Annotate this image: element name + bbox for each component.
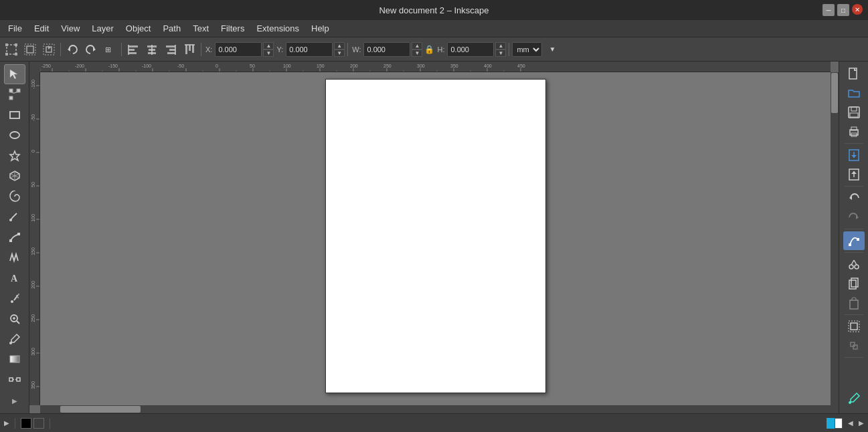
menu-path[interactable]: Path bbox=[157, 22, 186, 35]
svg-rect-42 bbox=[17, 233, 20, 235]
color-picker-r-btn[interactable] bbox=[843, 389, 865, 408]
node-tool[interactable] bbox=[4, 85, 25, 104]
horizontal-scrollbar-thumb[interactable] bbox=[60, 406, 141, 413]
unit-expand-btn[interactable]: ▼ bbox=[543, 41, 561, 58]
svg-rect-15 bbox=[128, 52, 137, 54]
text-tool[interactable]: A bbox=[4, 268, 25, 288]
h-input[interactable] bbox=[447, 42, 494, 57]
open-document-btn[interactable] bbox=[843, 84, 865, 102]
rectangle-tool[interactable] bbox=[4, 105, 25, 124]
zoom-tool[interactable] bbox=[4, 309, 25, 328]
h-down-btn[interactable]: ▼ bbox=[495, 49, 506, 57]
canvas-viewport[interactable] bbox=[40, 72, 831, 405]
star-tool[interactable] bbox=[4, 146, 25, 165]
ungroup-r-btn[interactable] bbox=[843, 336, 865, 355]
menu-edit[interactable]: Edit bbox=[29, 22, 54, 35]
palette-color-white[interactable] bbox=[835, 418, 843, 429]
svg-rect-6 bbox=[27, 46, 33, 53]
group-r-btn[interactable] bbox=[843, 317, 865, 336]
gradient-tool[interactable] bbox=[4, 350, 25, 369]
save-document-btn[interactable] bbox=[843, 103, 865, 122]
redo-btn[interactable] bbox=[82, 41, 100, 58]
statusbar-expand-right-l[interactable]: ◀ bbox=[848, 419, 853, 427]
unit-select[interactable]: mm px cm in pt bbox=[512, 42, 542, 57]
cut-r-btn[interactable] bbox=[843, 255, 865, 274]
svg-rect-56 bbox=[40, 62, 831, 72]
maximize-button[interactable]: □ bbox=[837, 4, 849, 16]
y-down-btn[interactable]: ▼ bbox=[334, 49, 345, 57]
palette-color-cyan[interactable] bbox=[827, 418, 835, 429]
stroke-swatch[interactable] bbox=[33, 418, 44, 429]
group-selection-btn[interactable] bbox=[21, 41, 39, 58]
spiral-tool[interactable] bbox=[4, 187, 25, 206]
menu-view[interactable]: View bbox=[56, 22, 85, 35]
h-up-btn[interactable]: ▲ bbox=[495, 42, 506, 49]
pencil-tool[interactable] bbox=[4, 207, 25, 226]
new-document-btn[interactable] bbox=[843, 64, 865, 83]
w-input[interactable] bbox=[363, 42, 410, 57]
menu-help[interactable]: Help bbox=[306, 22, 335, 35]
svg-rect-141 bbox=[849, 243, 851, 246]
dropper-tool[interactable] bbox=[4, 329, 25, 348]
x-input[interactable] bbox=[215, 42, 262, 57]
fill-indicator bbox=[21, 418, 44, 429]
rp-sep-2 bbox=[845, 186, 863, 187]
enter-group-btn[interactable] bbox=[40, 41, 58, 58]
color-palette-strip[interactable] bbox=[827, 418, 843, 429]
menu-layer[interactable]: Layer bbox=[86, 22, 119, 35]
vertical-scrollbar-thumb[interactable] bbox=[831, 73, 838, 113]
rp-sep-3 bbox=[845, 229, 863, 229]
align-center-btn[interactable] bbox=[143, 41, 161, 58]
minimize-button[interactable]: ─ bbox=[822, 4, 835, 16]
svg-rect-142 bbox=[857, 238, 859, 241]
statusbar-expand-right-r[interactable]: ▶ bbox=[859, 419, 864, 427]
ellipse-tool[interactable] bbox=[4, 126, 25, 145]
connector-tool[interactable] bbox=[4, 370, 25, 389]
menu-file[interactable]: File bbox=[3, 22, 27, 35]
menu-text[interactable]: Text bbox=[187, 22, 214, 35]
w-down-btn[interactable]: ▼ bbox=[412, 49, 422, 57]
svg-line-146 bbox=[854, 260, 857, 265]
undo-r-btn[interactable] bbox=[843, 189, 865, 207]
print-document-btn[interactable] bbox=[843, 122, 865, 141]
align-left-btn[interactable] bbox=[124, 41, 142, 58]
selector-tool[interactable] bbox=[4, 64, 25, 84]
expand-toolbox-btn[interactable]: ▶ bbox=[4, 391, 25, 411]
svg-rect-1 bbox=[5, 43, 8, 46]
3dbox-tool[interactable] bbox=[4, 167, 25, 186]
y-up-btn[interactable]: ▲ bbox=[334, 42, 345, 49]
align-right-btn[interactable] bbox=[162, 41, 179, 58]
y-input[interactable] bbox=[286, 42, 333, 57]
svg-rect-3 bbox=[5, 53, 8, 56]
x-down-btn[interactable]: ▼ bbox=[263, 49, 274, 57]
zoom-fit-btn[interactable]: ⊞ bbox=[101, 41, 118, 58]
copy-r-btn[interactable] bbox=[843, 274, 865, 293]
transform-selection-btn[interactable] bbox=[3, 41, 20, 58]
menu-extensions[interactable]: Extensions bbox=[251, 22, 305, 35]
statusbar-expand-left[interactable]: ▶ bbox=[4, 419, 9, 427]
fill-swatch[interactable] bbox=[21, 418, 31, 429]
close-button[interactable]: ✕ bbox=[852, 4, 863, 15]
vertical-scrollbar[interactable] bbox=[831, 72, 839, 405]
menu-filters[interactable]: Filters bbox=[215, 22, 250, 35]
import-btn[interactable] bbox=[843, 146, 865, 165]
x-up-btn[interactable]: ▲ bbox=[263, 42, 274, 49]
export-btn[interactable] bbox=[843, 165, 865, 184]
calligraphy-tool[interactable] bbox=[4, 247, 25, 267]
svg-rect-41 bbox=[9, 239, 12, 242]
lock-aspect-btn[interactable]: 🔒 bbox=[424, 44, 434, 55]
horizontal-scrollbar[interactable] bbox=[40, 405, 831, 413]
w-up-btn[interactable]: ▲ bbox=[412, 42, 422, 49]
node-r-btn[interactable] bbox=[843, 231, 865, 250]
align-top-btn[interactable] bbox=[181, 41, 198, 58]
spray-tool[interactable] bbox=[4, 288, 25, 308]
menu-object[interactable]: Object bbox=[120, 22, 157, 35]
undo-btn[interactable] bbox=[64, 41, 81, 58]
canvas-area[interactable]: -250 -200 -150 -100 -50 0 50 100 150 200… bbox=[29, 62, 839, 413]
redo-r-btn[interactable] bbox=[843, 208, 865, 227]
pen-tool[interactable] bbox=[4, 227, 25, 247]
svg-rect-27 bbox=[192, 45, 194, 53]
svg-point-143 bbox=[849, 265, 853, 269]
paste-r-btn[interactable] bbox=[843, 294, 865, 312]
h-label: H: bbox=[436, 45, 446, 53]
